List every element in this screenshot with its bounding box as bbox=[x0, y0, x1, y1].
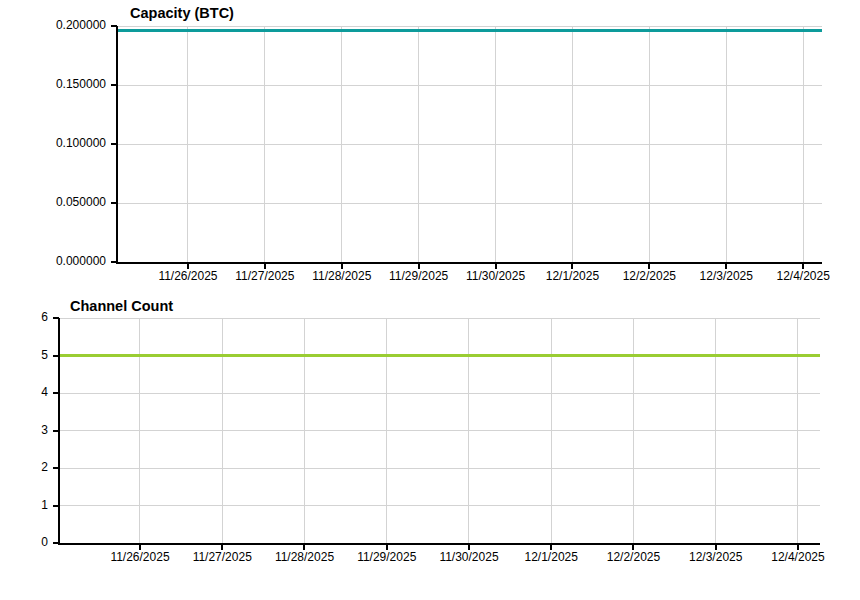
node-stats-dashboard: Capacity (BTC) 0.2000000.1500000.1000000… bbox=[0, 0, 860, 600]
y-tick-label: 6 bbox=[0, 310, 48, 325]
x-tick-label: 12/1/2025 bbox=[506, 550, 596, 565]
channel-count-chart: Channel Count 654321011/26/202511/27/202… bbox=[0, 293, 860, 600]
gridline-vertical bbox=[386, 318, 387, 543]
gridline-vertical bbox=[468, 318, 469, 543]
y-tick-label: 0.200000 bbox=[0, 18, 106, 33]
gridline-horizontal bbox=[118, 85, 822, 86]
capacity-plot-area: 0.2000000.1500000.1000000.0500000.000000… bbox=[0, 0, 860, 293]
gridline-horizontal bbox=[60, 505, 820, 506]
gridline-horizontal bbox=[118, 203, 822, 204]
gridline-vertical bbox=[649, 26, 650, 262]
gridline-vertical bbox=[304, 318, 305, 543]
x-tick-label: 11/29/2025 bbox=[342, 550, 432, 565]
x-tick-label: 12/4/2025 bbox=[753, 550, 843, 565]
gridline-vertical bbox=[418, 26, 419, 262]
y-tick-label: 1 bbox=[0, 498, 48, 513]
gridline-vertical bbox=[803, 26, 804, 262]
gridline-vertical bbox=[495, 26, 496, 262]
channel-count-line bbox=[60, 354, 820, 357]
gridline-vertical bbox=[187, 26, 188, 262]
gridline-horizontal bbox=[60, 393, 820, 394]
gridline-horizontal bbox=[118, 144, 822, 145]
y-axis-line bbox=[116, 26, 118, 264]
gridline-horizontal bbox=[60, 430, 820, 431]
x-axis-line bbox=[58, 543, 820, 545]
gridline-vertical bbox=[341, 26, 342, 262]
x-tick-label: 11/30/2025 bbox=[424, 550, 514, 565]
y-tick-label: 2 bbox=[0, 460, 48, 475]
y-tick-label: 0.050000 bbox=[0, 195, 106, 210]
x-tick-label: 11/26/2025 bbox=[95, 550, 185, 565]
y-tick-label: 5 bbox=[0, 348, 48, 363]
y-tick-label: 0 bbox=[0, 535, 48, 550]
gridline-vertical bbox=[222, 318, 223, 543]
y-tick-label: 0.100000 bbox=[0, 136, 106, 151]
gridline-vertical bbox=[797, 318, 798, 543]
capacity-chart: Capacity (BTC) 0.2000000.1500000.1000000… bbox=[0, 0, 860, 293]
x-tick-label: 12/3/2025 bbox=[671, 550, 761, 565]
y-axis-line bbox=[58, 318, 60, 545]
channel-count-plot-area: 654321011/26/202511/27/202511/28/202511/… bbox=[0, 293, 860, 600]
y-tick-label: 0.150000 bbox=[0, 77, 106, 92]
x-tick-label: 12/2/2025 bbox=[588, 550, 678, 565]
x-tick-label: 11/28/2025 bbox=[259, 550, 349, 565]
y-tick-label: 0.000000 bbox=[0, 254, 106, 269]
gridline-vertical bbox=[264, 26, 265, 262]
x-tick-label: 12/4/2025 bbox=[758, 269, 848, 284]
x-tick-label: 11/27/2025 bbox=[177, 550, 267, 565]
gridline-vertical bbox=[715, 318, 716, 543]
gridline-horizontal bbox=[60, 468, 820, 469]
gridline-vertical bbox=[726, 26, 727, 262]
x-axis-line bbox=[116, 262, 822, 264]
capacity-line bbox=[118, 29, 822, 32]
y-tick-label: 3 bbox=[0, 423, 48, 438]
gridline-horizontal bbox=[118, 26, 822, 27]
gridline-vertical bbox=[139, 318, 140, 543]
gridline-vertical bbox=[572, 26, 573, 262]
gridline-vertical bbox=[551, 318, 552, 543]
gridline-horizontal bbox=[60, 318, 820, 319]
y-tick-label: 4 bbox=[0, 385, 48, 400]
gridline-vertical bbox=[633, 318, 634, 543]
